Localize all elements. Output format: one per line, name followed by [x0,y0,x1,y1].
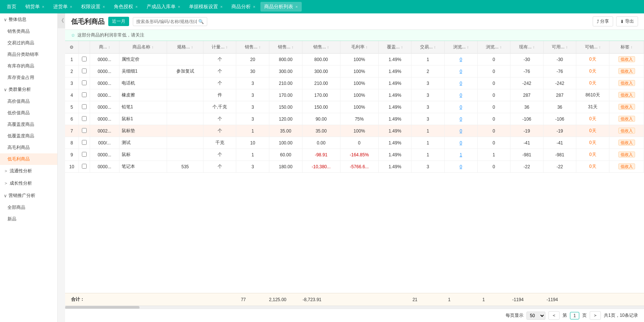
th-available[interactable]: 可用... ↕ [543,41,576,54]
nav-permissions[interactable]: 权限设置 × [77,2,109,12]
nav-close-purchase[interactable]: × [70,4,72,9]
td-view1-2[interactable]: 0 [444,77,477,89]
row-checkbox-6[interactable] [82,128,87,133]
th-name[interactable]: 商品名称 ↕ [119,41,167,54]
nav-role-auth[interactable]: 角色授权 × [110,2,141,12]
view1-link-1[interactable]: 0 [459,69,462,74]
sidebar-item-capital[interactable]: 库存资金占用 [0,72,57,83]
view1-link-5[interactable]: 0 [459,117,462,122]
td-view1-5[interactable]: 0 [444,113,477,125]
th-saleable[interactable]: 可销... ↕ [576,41,609,54]
nav-template-settings[interactable]: 单据模板设置 × [185,2,226,12]
sidebar-item-new-goods[interactable]: 新品 [0,213,57,225]
td-check-9[interactable] [79,161,90,173]
row-checkbox-2[interactable] [82,80,87,85]
td-view1-6[interactable]: 0 [444,125,477,137]
nav-purchase[interactable]: 进货单 × [49,2,76,12]
sidebar-section-flow[interactable]: ＞ 流通性分析 [0,165,57,177]
sidebar-section-overall[interactable]: ∨ 整体信息 [0,13,57,26]
nav-close-goods-analysis[interactable]: × [253,4,255,9]
th-view1[interactable]: 浏览... ↕ [444,41,477,54]
sidebar-section-marketing[interactable]: ∨ 营销推广分析 [0,189,57,202]
th-trade[interactable]: 交易... ↕ [411,41,445,54]
sidebar-item-sales-goods[interactable]: 销售类商品 [0,26,57,37]
nav-close-goods-list[interactable]: × [295,4,298,9]
view1-link-7[interactable]: 0 [459,140,462,146]
td-check-6[interactable] [79,125,90,137]
view1-link-8[interactable]: 1 [459,152,462,157]
view1-link-3[interactable]: 0 [459,93,462,98]
th-coverage[interactable]: 覆盖... ↕ [378,41,411,54]
th-view2[interactable]: 浏览... ↕ [477,41,510,54]
btn-share[interactable]: ⤴ 分享 [593,16,613,26]
td-view1-8[interactable]: 1 [444,149,477,161]
td-view1-1[interactable]: 0 [444,66,477,77]
td-check-0[interactable] [79,54,90,66]
td-check-1[interactable] [79,66,90,77]
nav-home[interactable]: 首页 [3,2,20,12]
prev-page-btn[interactable]: ＜ [548,311,560,320]
row-checkbox-0[interactable] [82,57,87,61]
row-checkbox-8[interactable] [82,152,87,157]
row-checkbox-7[interactable] [82,140,87,145]
th-unit[interactable]: 计量... ↕ [203,41,236,54]
btn-recent-month[interactable]: 近一月 [108,17,129,26]
td-check-4[interactable] [79,101,90,113]
view1-link-2[interactable]: 0 [459,81,462,86]
td-view1-0[interactable]: 0 [444,54,477,66]
view1-link-4[interactable]: 0 [459,105,462,110]
per-page-select[interactable]: 50 100 200 [526,312,545,320]
row-checkbox-3[interactable] [82,92,87,97]
sidebar-collapse-btn[interactable]: 《 [58,13,65,28]
th-code[interactable]: 商... ↕ [90,41,119,54]
row-checkbox-5[interactable] [82,116,87,121]
view1-link-0[interactable]: 0 [459,57,462,62]
nav-close-sales[interactable]: × [42,4,44,9]
th-gross-margin[interactable]: 毛利率 ↕ [340,41,378,54]
nav-close-inbound[interactable]: × [178,4,180,9]
sidebar-section-cluster[interactable]: ∨ 类群量分析 [0,83,57,96]
row-checkbox-1[interactable] [82,68,87,73]
nav-close-permissions[interactable]: × [103,4,105,9]
td-check-3[interactable] [79,89,90,101]
th-sales-count[interactable]: 销售... ↕ [236,41,269,54]
td-check-2[interactable] [79,77,90,89]
search-input[interactable] [136,19,197,24]
sidebar-section-growth[interactable]: ＞ 成长性分析 [0,177,57,189]
td-view1-9[interactable]: 0 [444,161,477,173]
sidebar-item-high-margin[interactable]: 高毛利商品 [0,142,57,153]
sidebar-item-in-stock[interactable]: 有库存的商品 [0,60,57,72]
row-checkbox-4[interactable] [82,104,87,109]
sidebar-item-category-rate[interactable]: 商品分类助销率 [0,49,57,60]
td-check-5[interactable] [79,113,90,125]
td-view1-3[interactable]: 0 [444,89,477,101]
nav-goods-analysis-list[interactable]: 商品分析列表 × [260,2,301,12]
td-check-8[interactable] [79,149,90,161]
nav-product-inbound[interactable]: 产成品入库单 × [143,2,184,12]
th-sales-price[interactable]: 销售... ↕ [269,41,302,54]
view1-link-6[interactable]: 0 [459,128,462,134]
td-view1-7[interactable]: 0 [444,137,477,149]
th-settings[interactable]: ⚙ [65,41,79,54]
nav-sales[interactable]: 销货单 × [22,2,48,12]
nav-close-template[interactable]: × [220,4,222,9]
view1-link-9[interactable]: 0 [459,164,462,169]
th-tag[interactable]: 标签 ↕ [609,41,644,54]
row-checkbox-9[interactable] [82,164,87,169]
sidebar-item-traded-goods[interactable]: 交易过的商品 [0,37,57,49]
sidebar-item-all-goods[interactable]: 全部商品 [0,202,57,213]
sidebar-item-low-coverage[interactable]: 低覆盖度商品 [0,130,57,142]
horizontal-scrollbar[interactable] [65,306,644,309]
nav-goods-analysis[interactable]: 商品分析 × [228,2,259,12]
td-view1-4[interactable]: 0 [444,101,477,113]
next-page-btn[interactable]: ＞ [590,311,601,320]
th-spec[interactable]: 规格... ↕ [167,41,204,54]
sidebar-item-high-coverage[interactable]: 高覆盖度商品 [0,119,57,130]
sidebar-item-high-value[interactable]: 高价值商品 [0,96,57,107]
th-current-stock[interactable]: 现有... ↕ [510,41,544,54]
btn-export[interactable]: ⬇ 导出 [616,16,638,26]
sidebar-item-low-value[interactable]: 低价值商品 [0,107,57,119]
td-check-7[interactable] [79,137,90,149]
table-container[interactable]: ⚙ 商... ↕ 商品名称 ↕ 规格... ↕ 计量... ↕ 销售... ↕ … [65,41,644,293]
sidebar-item-low-margin[interactable]: 低毛利商品 [0,153,57,165]
